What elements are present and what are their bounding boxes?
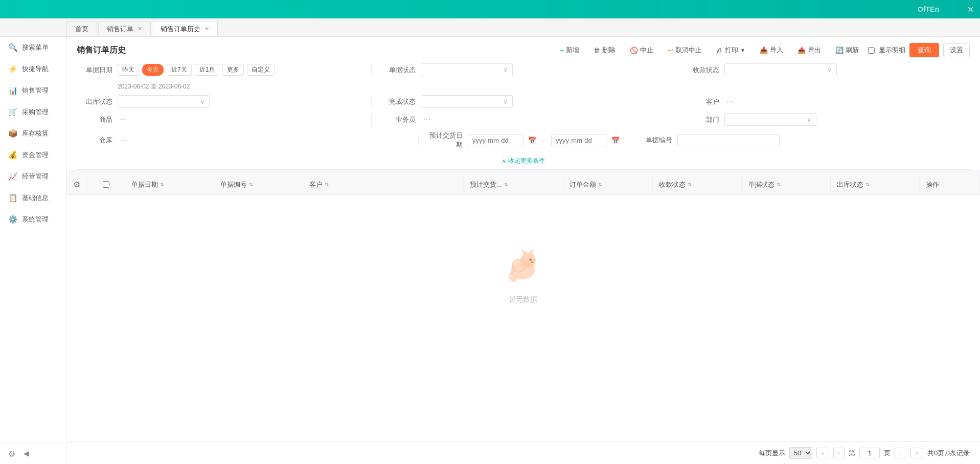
- th-delivery-date[interactable]: 预计交货... ⇅: [463, 174, 563, 195]
- chevron-down-icon-2: ∨: [827, 66, 832, 74]
- order-status-control: ∨: [421, 63, 666, 76]
- main-layout: 🔍 搜索菜单 ⚡ 快捷导航 📊 销售管理 🛒 采购管理 📦 库存核算 💰 资金管…: [0, 37, 980, 464]
- chevron-down-icon-4: ∨: [503, 98, 508, 105]
- empty-state: 暂无数据: [66, 195, 980, 335]
- first-page-btn[interactable]: «: [816, 448, 829, 458]
- date-btn-custom[interactable]: 自定义: [247, 64, 275, 76]
- import-button[interactable]: 📥 导入: [755, 43, 788, 57]
- sidebar-item-sys[interactable]: ⚙️ 系统管理: [0, 209, 66, 230]
- payment-status-select[interactable]: ∨: [724, 63, 837, 76]
- calendar-icon-end[interactable]: 📅: [611, 137, 620, 144]
- select-all-checkbox[interactable]: [94, 181, 119, 188]
- print-dropdown-icon: ▼: [740, 48, 745, 53]
- chevron-down-icon-3: ∨: [200, 98, 205, 105]
- th-order-status[interactable]: 单据状态 ⇅: [741, 174, 830, 195]
- stop-button[interactable]: 🚫 中止: [625, 43, 658, 57]
- sidebar-collapse-icon[interactable]: ◀: [24, 449, 29, 459]
- divider-8: [628, 135, 628, 145]
- order-status-select[interactable]: ∨: [421, 63, 513, 76]
- export-button[interactable]: 📤 导出: [792, 43, 826, 57]
- date-btn-3days[interactable]: 今天: [142, 64, 164, 76]
- print-icon: 🖨: [716, 47, 723, 54]
- salesperson-dots[interactable]: ···: [421, 114, 432, 125]
- order-status-label: 单据状态: [380, 65, 421, 75]
- display-toggle-checkbox[interactable]: [868, 47, 875, 54]
- sidebar-item-purchase[interactable]: 🛒 采购管理: [0, 101, 66, 123]
- top-bar-close[interactable]: ✕: [967, 5, 974, 14]
- tab-sales-order-close[interactable]: ✕: [138, 26, 142, 32]
- divider-3: [371, 97, 372, 107]
- sidebar-item-search[interactable]: 🔍 搜索菜单: [0, 37, 66, 58]
- payment-status-control: ∨: [724, 63, 970, 76]
- calendar-icon-start[interactable]: 📅: [528, 137, 536, 144]
- query-button[interactable]: 查询: [909, 43, 939, 57]
- chevron-down-icon-5: ∨: [807, 116, 812, 123]
- customer-dots[interactable]: ···: [724, 96, 736, 107]
- sidebar-item-operations[interactable]: 📈 经营管理: [0, 166, 66, 187]
- print-button[interactable]: 🖨 打印 ▼: [711, 43, 750, 57]
- salesperson-label: 业务员: [380, 115, 421, 124]
- sidebar-item-base-info[interactable]: 📋 基础信息: [0, 187, 66, 209]
- filter-row-1: 单据日期 昨天 今天 近7天 近1月 更多 自定义 单据状态: [77, 63, 970, 76]
- sort-payment-icon: ⇅: [688, 182, 692, 187]
- th-date[interactable]: 单据日期 ⇅: [125, 174, 214, 195]
- complete-status-control: ∨: [421, 95, 666, 108]
- sidebar-item-finance[interactable]: 💰 资金管理: [0, 144, 66, 166]
- order-no-input[interactable]: [677, 135, 780, 146]
- sidebar: 🔍 搜索菜单 ⚡ 快捷导航 📊 销售管理 🛒 采购管理 📦 库存核算 💰 资金管…: [0, 37, 66, 464]
- delivery-status-label: 出库状态: [77, 97, 118, 106]
- next-page-btn[interactable]: ›: [895, 448, 906, 458]
- filter-row-date-range: 2023-06-02 至 2023-06-02: [118, 81, 970, 91]
- tab-sales-order[interactable]: 销售订单 ✕: [98, 21, 151, 36]
- divider-4: [675, 97, 675, 107]
- date-btn-7days[interactable]: 近7天: [167, 64, 192, 76]
- complete-status-select[interactable]: ∨: [421, 95, 513, 108]
- page-title: 销售订单历史: [77, 45, 126, 56]
- refresh-button[interactable]: 🔄 刷新: [830, 43, 864, 57]
- th-delivery-status[interactable]: 出库状态 ⇅: [831, 174, 920, 195]
- sidebar-item-quick-nav[interactable]: ⚡ 快捷导航: [0, 58, 66, 80]
- delivery-date-end[interactable]: [551, 135, 607, 146]
- import-icon: 📥: [760, 47, 768, 54]
- sidebar-item-sales[interactable]: 📊 销售管理: [0, 80, 66, 101]
- empty-illustration: [497, 236, 549, 287]
- sidebar-settings-icon[interactable]: ⚙: [8, 449, 15, 459]
- delivery-date-start[interactable]: [468, 135, 524, 146]
- settings-button[interactable]: 设置: [943, 43, 970, 57]
- sidebar-item-inventory[interactable]: 📦 库存核算: [0, 123, 66, 144]
- sort-no-icon: ⇅: [249, 182, 253, 187]
- page-header: 销售订单历史 + 新增 🗑 删除 🚫 中止 ↩: [66, 37, 980, 170]
- gear-button[interactable]: ⚙: [73, 180, 81, 189]
- collapse-row[interactable]: ∧ 收起更多条件: [77, 154, 970, 166]
- warehouse-dots[interactable]: ···: [118, 135, 129, 146]
- product-dots[interactable]: ···: [118, 114, 129, 125]
- date-btn-1month[interactable]: 近1月: [195, 64, 220, 76]
- page-label-pre: 第: [849, 449, 855, 458]
- sort-order-status-icon: ⇅: [777, 182, 781, 187]
- select-all-input[interactable]: [103, 181, 109, 188]
- cancel-stop-button[interactable]: ↩ 取消中止: [663, 43, 707, 57]
- department-select[interactable]: ∨: [724, 113, 816, 126]
- base-info-icon: 📋: [8, 193, 18, 203]
- display-toggle[interactable]: 显示明细: [868, 46, 905, 55]
- prev-page-btn[interactable]: ‹: [833, 448, 845, 458]
- th-customer[interactable]: 客户 ⇅: [303, 174, 463, 195]
- tab-home[interactable]: 首页: [66, 21, 97, 36]
- th-payment-status[interactable]: 收款状态 ⇅: [652, 174, 741, 195]
- date-buttons: 昨天 今天 近7天 近1月 更多 自定义: [118, 64, 275, 76]
- empty-row: 暂无数据: [66, 195, 980, 336]
- date-btn-today[interactable]: 昨天: [118, 64, 139, 76]
- delivery-status-select[interactable]: ∨: [118, 95, 210, 108]
- last-page-btn[interactable]: »: [910, 448, 923, 458]
- th-no[interactable]: 单据编号 ⇅: [214, 174, 303, 195]
- tab-sales-order-history[interactable]: 销售订单历史 ✕: [152, 21, 218, 36]
- sort-delivery-status-icon: ⇅: [865, 182, 870, 187]
- th-amount[interactable]: 订单金额 ⇅: [563, 174, 652, 195]
- page-size-select[interactable]: 50: [789, 447, 812, 459]
- date-btn-more[interactable]: 更多: [222, 64, 244, 76]
- delete-button[interactable]: 🗑 删除: [588, 43, 621, 57]
- add-button[interactable]: + 新增: [555, 43, 585, 57]
- product-control: ···: [118, 114, 363, 125]
- tab-sales-order-history-close[interactable]: ✕: [204, 26, 209, 32]
- page-number-input[interactable]: [859, 448, 880, 458]
